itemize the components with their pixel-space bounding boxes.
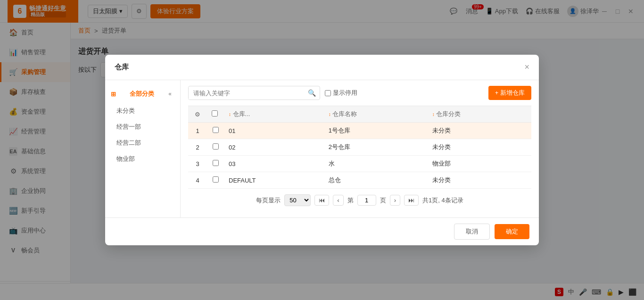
table-row[interactable]: 4 DEFAULT 总仓 未分类 [188, 172, 531, 189]
show-disabled-text: 显示停用 [333, 89, 357, 97]
row-category: 物业部 [428, 156, 531, 172]
select-all-checkbox[interactable] [212, 110, 218, 117]
grid-icon: ⊞ [111, 91, 116, 98]
row-check[interactable] [207, 139, 224, 156]
col-check [207, 106, 224, 123]
row-code: DEFAULT [224, 172, 324, 189]
row-check[interactable] [207, 172, 224, 189]
category-item-unclassified[interactable]: 未分类 [105, 103, 180, 119]
modal-footer: 取消 确定 [105, 217, 539, 245]
col-category: ↕ 仓库分类 [428, 106, 531, 123]
warehouse-table: ⚙ ↕ 仓库... ↕ 仓库名称 ↕ 仓库分类 [188, 106, 531, 189]
confirm-button[interactable]: 确定 [495, 224, 529, 239]
cancel-button[interactable]: 取消 [454, 224, 490, 240]
table-panel: 🔍 显示停用 + 新增仓库 ⚙ [181, 80, 539, 217]
per-page-select[interactable]: 50 10 20 100 [284, 194, 311, 206]
page-unit: 页 [380, 196, 386, 205]
modal-body: ⊞ 全部分类 « 未分类 经营一部 经营二部 物业部 🔍 [105, 80, 539, 217]
row-num: 1 [188, 123, 207, 139]
row-category: 未分类 [428, 139, 531, 156]
row-category: 未分类 [428, 172, 531, 189]
category-item-operation2[interactable]: 经营二部 [105, 135, 180, 151]
category-all-label: 全部分类 [130, 90, 154, 98]
page-last-button[interactable]: ⏭ [404, 195, 419, 206]
modal-header: 仓库 × [105, 55, 539, 80]
page-next-button[interactable]: › [390, 195, 400, 206]
row-name: 1号仓库 [324, 123, 428, 139]
row-name: 2号仓库 [324, 139, 428, 156]
row-code: 02 [224, 139, 324, 156]
row-num: 3 [188, 156, 207, 172]
category-item-property[interactable]: 物业部 [105, 151, 180, 167]
category-all-header[interactable]: ⊞ 全部分类 « [105, 85, 180, 103]
show-disabled-checkbox[interactable] [325, 90, 331, 96]
row-code: 03 [224, 156, 324, 172]
row-checkbox[interactable] [213, 143, 219, 150]
row-checkbox[interactable] [213, 160, 219, 166]
table-toolbar: 🔍 显示停用 + 新增仓库 [188, 86, 531, 100]
category-panel: ⊞ 全部分类 « 未分类 经营一部 经营二部 物业部 [105, 80, 181, 217]
row-check[interactable] [207, 156, 224, 172]
col-name: ↕ 仓库名称 [324, 106, 428, 123]
row-checkbox[interactable] [213, 176, 219, 183]
row-check[interactable] [207, 123, 224, 139]
show-disabled-label[interactable]: 显示停用 [325, 89, 357, 97]
collapse-button[interactable]: « [165, 89, 174, 99]
col-settings: ⚙ [188, 106, 207, 123]
modal-overlay[interactable]: 仓库 × ⊞ 全部分类 « 未分类 经营一部 经营二部 物业部 [0, 0, 644, 300]
col-code: ↕ 仓库... [224, 106, 324, 123]
row-num: 4 [188, 172, 207, 189]
add-warehouse-button[interactable]: + 新增仓库 [488, 86, 531, 100]
search-button[interactable]: 🔍 [304, 86, 320, 100]
table-row[interactable]: 2 02 2号仓库 未分类 [188, 139, 531, 156]
page-number-input[interactable] [357, 195, 376, 206]
warehouse-modal: 仓库 × ⊞ 全部分类 « 未分类 经营一部 经营二部 物业部 [105, 55, 539, 245]
table-row[interactable]: 1 01 1号仓库 未分类 [188, 123, 531, 139]
per-page-label: 每页显示 [256, 196, 281, 205]
row-num: 2 [188, 139, 207, 156]
row-name: 总仓 [324, 172, 428, 189]
page-first-button[interactable]: ⏮ [314, 195, 329, 206]
table-row[interactable]: 3 03 水 物业部 [188, 156, 531, 172]
pagination: 每页显示 50 10 20 100 ⏮ ‹ 第 页 › ⏭ 共1页, 4条记录 [188, 189, 531, 212]
page-total: 共1页, 4条记录 [422, 196, 463, 205]
search-box: 🔍 [188, 86, 320, 100]
modal-close-button[interactable]: × [524, 62, 529, 72]
page-label: 第 [347, 196, 354, 205]
category-item-operation1[interactable]: 经营一部 [105, 119, 180, 135]
row-checkbox[interactable] [213, 127, 219, 133]
page-prev-button[interactable]: ‹ [333, 195, 343, 206]
row-category: 未分类 [428, 123, 531, 139]
row-name: 水 [324, 156, 428, 172]
modal-title: 仓库 [115, 63, 129, 72]
row-code: 01 [224, 123, 324, 139]
search-input[interactable] [189, 87, 304, 100]
